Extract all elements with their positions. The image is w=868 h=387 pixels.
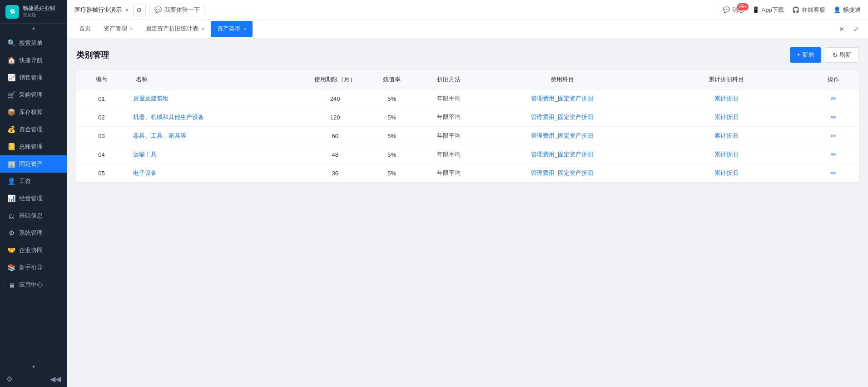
sidebar-item-operations[interactable]: 📊 经营管理 bbox=[0, 190, 67, 207]
enterprise-icon: 🤝 bbox=[7, 246, 15, 254]
cell-name[interactable]: 电子设备 bbox=[127, 164, 303, 183]
refresh-label: 刷新 bbox=[839, 51, 851, 59]
cell-accum-subject[interactable]: 累计折旧 bbox=[645, 89, 808, 108]
ledger-icon: 📒 bbox=[7, 143, 15, 151]
cell-period: 60 bbox=[303, 127, 367, 145]
refresh-button[interactable]: ↻ 刷新 bbox=[825, 47, 859, 63]
collapse-icon[interactable]: ◀◀ bbox=[50, 375, 61, 383]
cell-cost-subject[interactable]: 管理费用_固定资产折旧 bbox=[480, 89, 644, 108]
tab-asset-mgmt[interactable]: 资产管理 × bbox=[97, 21, 139, 37]
col-header-code: 编号 bbox=[76, 70, 127, 89]
cell-code: 03 bbox=[76, 127, 127, 145]
app-edition: 普及版 bbox=[23, 12, 55, 18]
messages-button[interactable]: 💬 消息 99 bbox=[723, 6, 744, 14]
cell-cost-subject[interactable]: 管理费用_固定资产折旧 bbox=[480, 127, 644, 145]
purchase-icon: 🛒 bbox=[7, 91, 15, 99]
sidebar-item-ledger[interactable]: 📒 总账管理 bbox=[0, 138, 67, 155]
basic-info-icon: 🗂 bbox=[7, 212, 15, 220]
cell-code: 05 bbox=[76, 164, 127, 183]
experience-button[interactable]: 💬 我要体验一下 bbox=[149, 4, 205, 16]
sidebar-nav: 🔍 搜索菜单 🏠 快捷导航 📈 销售管理 🛒 采购管理 📦 库存核算 💰 资金管… bbox=[0, 32, 67, 362]
messages-badge: 99 bbox=[737, 3, 748, 10]
edit-button[interactable]: ✏ bbox=[831, 95, 836, 102]
sidebar-logo: 畅 畅捷通好业财 普及版 bbox=[0, 0, 67, 24]
tab-home[interactable]: 首页 bbox=[73, 21, 97, 37]
user-label: 畅捷通 bbox=[843, 6, 861, 14]
col-header-action: 操作 bbox=[808, 70, 859, 89]
sidebar-item-system[interactable]: ⚙ 系统管理 bbox=[0, 224, 67, 242]
cell-accum-subject[interactable]: 累计折旧 bbox=[645, 164, 808, 183]
page-header: 类别管理 + 新增 ↻ 刷新 bbox=[76, 47, 859, 63]
cell-cost-subject[interactable]: 管理费用_固定资产折旧 bbox=[480, 108, 644, 127]
user-menu[interactable]: 👤 畅捷通 bbox=[833, 6, 861, 14]
cell-action: ✏ bbox=[808, 164, 859, 183]
cell-accum-subject[interactable]: 累计折旧 bbox=[645, 127, 808, 145]
sidebar-item-beginner[interactable]: 📚 新手引导 bbox=[0, 259, 67, 276]
sidebar-item-label: 应用中心 bbox=[19, 281, 43, 289]
sidebar-item-quick-nav[interactable]: 🏠 快捷导航 bbox=[0, 52, 67, 69]
sidebar-item-inventory[interactable]: 📦 库存核算 bbox=[0, 104, 67, 121]
sidebar-item-capital[interactable]: 💰 资金管理 bbox=[0, 121, 67, 138]
cell-accum-subject[interactable]: 累计折旧 bbox=[645, 145, 808, 164]
topbar-right: 💬 消息 99 📱 App下载 🎧 在线客服 👤 畅捷通 bbox=[723, 6, 861, 14]
cell-name[interactable]: 房屋及建筑物 bbox=[127, 89, 303, 108]
tab-depreciation[interactable]: 固定资产折旧统计表 × bbox=[139, 21, 210, 37]
cell-accum-subject[interactable]: 累计折旧 bbox=[645, 108, 808, 127]
cell-residual: 5% bbox=[367, 127, 417, 145]
new-button[interactable]: + 新增 bbox=[790, 47, 821, 63]
chat-icon: 💬 bbox=[154, 6, 162, 13]
page-title: 类别管理 bbox=[76, 50, 109, 60]
edit-button[interactable]: ✏ bbox=[831, 151, 836, 158]
expand-tab-button[interactable]: ⤢ bbox=[850, 23, 863, 35]
table-row: 04 运输工具 48 5% 年限平均 管理费用_固定资产折旧 累计折旧 ✏ bbox=[76, 145, 859, 164]
sidebar-item-label: 资金管理 bbox=[19, 125, 43, 134]
tab-asset-type-close[interactable]: × bbox=[243, 26, 246, 31]
cell-residual: 5% bbox=[367, 89, 417, 108]
sidebar-item-label: 经营管理 bbox=[19, 194, 43, 203]
cell-name[interactable]: 器具、工具、家具等 bbox=[127, 127, 303, 145]
sidebar-item-app-center[interactable]: 🖥 应用中心 bbox=[0, 276, 67, 293]
cell-action: ✏ bbox=[808, 127, 859, 145]
search-icon: 🔍 bbox=[7, 39, 15, 47]
tab-asset-type[interactable]: 资产类型 × bbox=[211, 21, 253, 37]
sidebar-item-label: 基础信息 bbox=[19, 212, 43, 220]
cell-method: 年限平均 bbox=[417, 108, 480, 127]
settings-footer-icon[interactable]: ⚙ bbox=[6, 375, 13, 383]
sidebar-item-enterprise[interactable]: 🤝 企业协同 bbox=[0, 242, 67, 259]
table-row: 02 机器、机械和其他生产设备 120 5% 年限平均 管理费用_固定资产折旧 … bbox=[76, 108, 859, 127]
cell-name[interactable]: 机器、机械和其他生产设备 bbox=[127, 108, 303, 127]
sidebar-item-sales[interactable]: 📈 销售管理 bbox=[0, 69, 67, 86]
edit-button[interactable]: ✏ bbox=[831, 114, 836, 121]
cell-cost-subject[interactable]: 管理费用_固定资产折旧 bbox=[480, 164, 644, 183]
sidebar-scroll-up[interactable]: ▲ bbox=[0, 24, 67, 32]
inventory-icon: 📦 bbox=[7, 108, 15, 116]
beginner-icon: 📚 bbox=[7, 263, 15, 272]
sidebar-item-fixed-assets[interactable]: 🏢 固定资产 bbox=[0, 155, 67, 173]
cell-action: ✏ bbox=[808, 89, 859, 108]
cell-code: 02 bbox=[76, 108, 127, 127]
cell-name[interactable]: 运输工具 bbox=[127, 145, 303, 164]
sidebar-item-purchase[interactable]: 🛒 采购管理 bbox=[0, 86, 67, 104]
content-area: 类别管理 + 新增 ↻ 刷新 编号 名称 使用期限（月） 残值率 折旧方法 bbox=[67, 38, 868, 387]
app-download-button[interactable]: 📱 App下载 bbox=[752, 6, 784, 14]
edit-button[interactable]: ✏ bbox=[831, 132, 836, 139]
close-tab-button[interactable]: ✕ bbox=[835, 23, 848, 35]
module-settings-button[interactable]: ⚙ bbox=[133, 4, 146, 16]
payroll-icon: 👤 bbox=[7, 177, 15, 185]
cell-cost-subject[interactable]: 管理费用_固定资产折旧 bbox=[480, 145, 644, 164]
tab-asset-mgmt-close[interactable]: × bbox=[130, 26, 133, 31]
sidebar-item-basic-info[interactable]: 🗂 基础信息 bbox=[0, 207, 67, 224]
tab-depreciation-close[interactable]: × bbox=[201, 26, 204, 31]
sidebar-scroll-down[interactable]: ▼ bbox=[0, 362, 67, 371]
sidebar-item-label: 企业协同 bbox=[19, 246, 43, 254]
edit-button[interactable]: ✏ bbox=[831, 169, 836, 177]
sidebar-item-payroll[interactable]: 👤 工资 bbox=[0, 173, 67, 190]
online-service-button[interactable]: 🎧 在线客服 bbox=[792, 6, 825, 14]
table-row: 01 房屋及建筑物 240 5% 年限平均 管理费用_固定资产折旧 累计折旧 ✏ bbox=[76, 89, 859, 108]
module-label: 医疗器械行业演示 bbox=[74, 6, 122, 14]
sidebar-item-search[interactable]: 🔍 搜索菜单 bbox=[0, 35, 67, 52]
home-icon: 🏠 bbox=[7, 56, 15, 64]
module-selector[interactable]: 医疗器械行业演示 ▼ bbox=[74, 6, 129, 14]
table-row: 03 器具、工具、家具等 60 5% 年限平均 管理费用_固定资产折旧 累计折旧… bbox=[76, 127, 859, 145]
cell-method: 年限平均 bbox=[417, 164, 480, 183]
